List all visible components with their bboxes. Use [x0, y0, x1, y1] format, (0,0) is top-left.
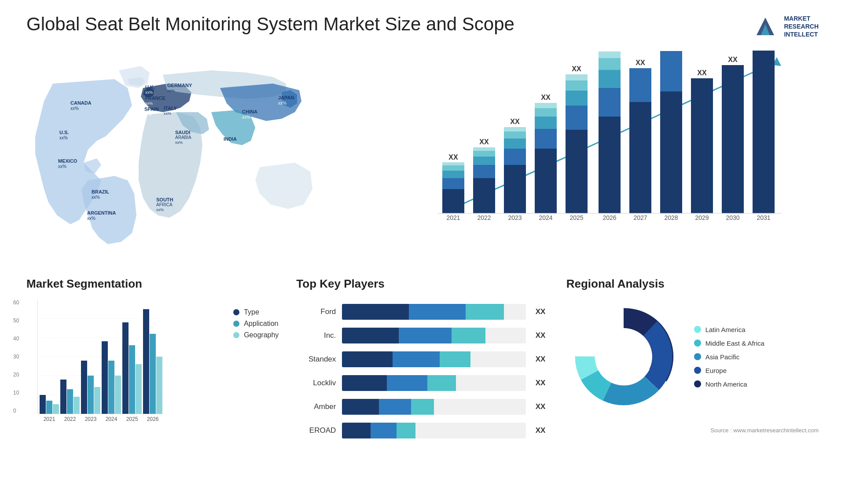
- player-ford: Ford XX: [296, 304, 548, 320]
- italy-label: ITALY: [164, 106, 177, 111]
- player-inc-val: XX: [536, 331, 549, 340]
- svg-rect-29: [535, 108, 557, 117]
- svg-text:XX: XX: [448, 153, 458, 161]
- donut-svg: [566, 299, 681, 414]
- bar-chart-svg: XX XX 2021 XX 2: [429, 48, 790, 242]
- svg-rect-5: [442, 189, 464, 213]
- player-lockliv-val: XX: [536, 379, 549, 387]
- argentina-val: xx%: [87, 216, 96, 221]
- india-val: xx%: [224, 142, 232, 147]
- svg-text:2031: 2031: [757, 214, 770, 221]
- svg-rect-47: [629, 102, 651, 213]
- legend-europe: Europe: [694, 367, 764, 374]
- france-val: xx%: [145, 101, 153, 106]
- player-eroad: EROAD XX: [296, 423, 548, 438]
- svg-rect-74: [53, 404, 59, 414]
- svg-text:XX: XX: [697, 69, 707, 77]
- svg-rect-78: [73, 397, 80, 414]
- svg-rect-30: [535, 103, 557, 108]
- us-label: U.S.: [59, 130, 69, 135]
- seg-y-60: 60: [13, 299, 19, 306]
- svg-text:XX: XX: [728, 56, 738, 63]
- seg-y-0: 0: [13, 408, 19, 414]
- legend-type-label: Type: [244, 308, 259, 316]
- seg-y-50: 50: [13, 318, 19, 324]
- svg-text:2026: 2026: [603, 214, 616, 221]
- player-ford-name: Ford: [296, 307, 336, 316]
- segmentation-title: Market Segmentation: [26, 277, 279, 291]
- germany-label: GERMANY: [167, 83, 192, 88]
- player-eroad-bar: [342, 423, 525, 438]
- legend-asia-pacific-color: [694, 353, 701, 360]
- svg-rect-80: [81, 361, 87, 414]
- legend-geography: Geography: [233, 331, 279, 339]
- svg-rect-12: [473, 178, 495, 213]
- china-val: xx%: [242, 115, 250, 120]
- player-inc: Inc. XX: [296, 328, 548, 343]
- player-eroad-name: EROAD: [296, 426, 336, 435]
- china-label: CHINA: [242, 109, 257, 114]
- svg-rect-15: [473, 151, 495, 157]
- svg-rect-89: [129, 345, 135, 414]
- svg-rect-36: [566, 80, 588, 91]
- india-label: INDIA: [224, 136, 237, 142]
- logo-text: MARKET RESEARCH INTELLECT: [784, 15, 819, 39]
- japan-val: xx%: [278, 101, 287, 106]
- player-inc-name: Inc.: [296, 331, 336, 340]
- canada-val: xx%: [70, 106, 79, 111]
- player-standex-bar: [342, 351, 525, 367]
- bar-chart-section: XX XX 2021 XX 2: [429, 48, 819, 259]
- svg-rect-8: [442, 165, 464, 171]
- svg-rect-73: [46, 401, 52, 414]
- legend-middle-east-color: [694, 340, 701, 347]
- world-map-container: CANADA xx% U.S. xx% MEXICO xx% BRAZIL xx…: [26, 48, 416, 251]
- svg-rect-90: [136, 364, 142, 414]
- mexico-label: MEXICO: [58, 158, 77, 164]
- player-ford-bar: [342, 304, 525, 320]
- france-label: FRANCE: [145, 95, 165, 101]
- players-title: Top Key Players: [296, 277, 548, 291]
- legend-north-america-label: North America: [705, 380, 747, 388]
- bottom-grid: Market Segmentation 60 50 40 30 20 10 0: [26, 277, 819, 451]
- svg-rect-51: [660, 91, 682, 213]
- svg-rect-58: [722, 65, 744, 213]
- svg-rect-33: [566, 130, 588, 213]
- svg-rect-55: [691, 78, 713, 213]
- uk-val: xx%: [145, 90, 153, 95]
- legend-north-america-color: [694, 380, 701, 387]
- svg-rect-14: [473, 157, 495, 165]
- svg-rect-21: [504, 139, 526, 149]
- player-ford-val: XX: [536, 307, 549, 316]
- seg-y-40: 40: [13, 336, 19, 342]
- southafrica-label: SOUTH: [156, 197, 173, 202]
- legend-middle-east-label: Middle East & Africa: [705, 340, 764, 347]
- player-amber-val: XX: [536, 402, 549, 411]
- svg-rect-82: [94, 387, 100, 414]
- germany-val: xx%: [167, 88, 175, 93]
- svg-rect-34: [566, 106, 588, 130]
- player-lockliv: Lockliv XX: [296, 375, 548, 391]
- italy-val: xx%: [164, 111, 171, 116]
- svg-rect-48: [629, 68, 651, 102]
- southafrica-val: xx%: [156, 208, 164, 212]
- segmentation-section: Market Segmentation 60 50 40 30 20 10 0: [26, 277, 279, 451]
- page-container: Global Seat Belt Monitoring System Marke…: [0, 0, 845, 464]
- players-container: Ford XX Inc.: [296, 299, 548, 451]
- svg-text:2030: 2030: [726, 214, 739, 221]
- japan-label: JAPAN: [278, 95, 294, 100]
- player-inc-bar: [342, 328, 525, 343]
- svg-rect-23: [504, 127, 526, 131]
- svg-rect-7: [442, 171, 464, 178]
- legend-middle-east: Middle East & Africa: [694, 340, 764, 347]
- legend-latin-america: Latin America: [694, 326, 764, 333]
- canada-label: CANADA: [70, 100, 92, 106]
- svg-text:2025: 2025: [126, 416, 138, 422]
- svg-text:2022: 2022: [64, 416, 76, 422]
- player-lockliv-name: Lockliv: [296, 379, 336, 387]
- svg-rect-9: [442, 162, 464, 165]
- player-eroad-val: XX: [536, 426, 549, 435]
- svg-point-102: [595, 328, 652, 385]
- svg-rect-61: [753, 51, 775, 213]
- svg-text:XX: XX: [572, 65, 581, 73]
- seg-chart-svg: 2021 2022 2023: [26, 299, 167, 427]
